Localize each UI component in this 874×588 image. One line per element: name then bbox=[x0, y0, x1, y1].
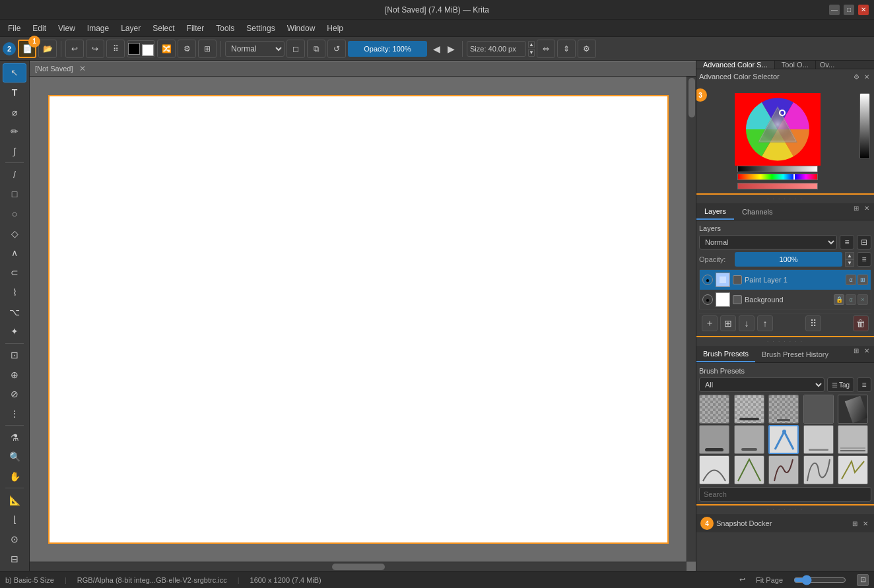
opacity-down-btn[interactable]: ◀ bbox=[429, 42, 444, 56]
clone-stamp-btn[interactable]: ✦ bbox=[3, 322, 26, 341]
freehand-selection-btn[interactable]: ⌀ bbox=[3, 102, 26, 121]
tab-adv-color[interactable]: Advanced Color S... bbox=[696, 61, 775, 69]
gray-gradient-bar[interactable] bbox=[859, 93, 870, 159]
resize-handle-2[interactable]: · · · · · · · bbox=[696, 337, 874, 346]
layer-row-paint[interactable]: ● Paint Layer 1 α ⊞ bbox=[700, 270, 871, 290]
menu-view[interactable]: View bbox=[53, 22, 81, 34]
menu-edit[interactable]: Edit bbox=[27, 22, 51, 34]
transform-btn[interactable]: ⊕ bbox=[3, 365, 26, 384]
pan-btn[interactable]: ✋ bbox=[3, 467, 26, 486]
toggle-button[interactable]: ⠿ bbox=[106, 40, 125, 58]
text-tool-btn[interactable]: T bbox=[3, 83, 26, 102]
brush-tab-history[interactable]: Brush Preset History bbox=[755, 346, 835, 362]
brush-config-btn[interactable]: ⊞ bbox=[852, 346, 861, 355]
color-wheel[interactable] bbox=[735, 93, 821, 166]
menu-settings[interactable]: Settings bbox=[241, 22, 280, 34]
hue-slider[interactable] bbox=[737, 174, 818, 180]
layer-settings-btn[interactable]: ⠿ bbox=[805, 315, 821, 331]
zoom-slider[interactable] bbox=[793, 575, 846, 585]
delete-layer-btn[interactable]: 🗑 bbox=[853, 315, 869, 331]
brush-all-select[interactable]: All bbox=[699, 377, 824, 392]
reference-btn[interactable]: ⊙ bbox=[3, 530, 26, 549]
mirror-v-btn[interactable]: ⇕ bbox=[557, 40, 576, 58]
reset-btn[interactable]: ↺ bbox=[327, 40, 346, 58]
brush-search-input[interactable] bbox=[699, 487, 871, 502]
undo-button[interactable]: ↩ bbox=[65, 40, 84, 58]
brush-tool-btn[interactable]: ✏ bbox=[3, 122, 26, 141]
layers-more-btn[interactable]: ⊟ bbox=[857, 235, 871, 249]
opacity-button[interactable]: Opacity: 100% bbox=[348, 41, 427, 57]
brush-close-btn[interactable]: ✕ bbox=[862, 346, 871, 355]
layer-alpha-bg[interactable] bbox=[733, 295, 742, 304]
menu-window[interactable]: Window bbox=[282, 22, 321, 34]
adv-color-close-btn[interactable]: ✕ bbox=[862, 72, 871, 81]
size-up-btn[interactable]: ▲ bbox=[528, 41, 535, 49]
line-tool-btn[interactable]: / bbox=[3, 165, 26, 184]
enclose-fill-btn[interactable]: ⊂ bbox=[3, 263, 26, 282]
brush-preset-3[interactable] bbox=[768, 395, 799, 424]
menu-file[interactable]: File bbox=[3, 22, 26, 34]
maximize-button[interactable]: □ bbox=[844, 5, 854, 15]
scrollbar-horizontal[interactable] bbox=[30, 562, 687, 571]
layers-filter-btn[interactable]: ≡ bbox=[840, 235, 854, 249]
opacity-value[interactable]: 100% bbox=[735, 252, 842, 267]
polygon-tool-btn[interactable]: ◇ bbox=[3, 224, 26, 243]
open-button[interactable]: 📂 bbox=[38, 40, 57, 58]
menu-image[interactable]: Image bbox=[82, 22, 114, 34]
background-color[interactable] bbox=[142, 44, 154, 56]
brush-tab-presets[interactable]: Brush Presets bbox=[696, 346, 755, 362]
canvas-viewport[interactable] bbox=[30, 77, 687, 562]
copy-layer-btn[interactable]: ⊞ bbox=[720, 315, 736, 331]
size-down-btn[interactable]: ▼ bbox=[528, 49, 535, 57]
layers-options-btn[interactable]: ≡ bbox=[857, 252, 871, 267]
brush-preset-12[interactable] bbox=[734, 455, 764, 484]
layer-alpha-paint[interactable] bbox=[733, 275, 742, 284]
contiguous-select-btn[interactable]: ⊟ bbox=[3, 549, 26, 568]
canvas-close-btn[interactable]: ✕ bbox=[78, 64, 87, 73]
blend-mode-select[interactable]: Normal Multiply Screen Overlay bbox=[225, 41, 285, 57]
ellipse-tool-btn[interactable]: ○ bbox=[3, 205, 26, 224]
crop-tool-btn[interactable]: ⊡ bbox=[3, 346, 26, 365]
smart-patch-btn[interactable]: ⌥ bbox=[3, 302, 26, 321]
layer-row-bg[interactable]: ● Background 🔒 α × bbox=[700, 290, 871, 310]
scrollbar-h-thumb[interactable] bbox=[332, 564, 385, 570]
brush-preset-15[interactable] bbox=[838, 455, 868, 484]
brush-preset-btn[interactable]: ⚙ bbox=[178, 40, 196, 58]
add-layer-btn[interactable]: ＋ bbox=[702, 315, 718, 331]
menu-select[interactable]: Select bbox=[147, 22, 180, 34]
brush-preset-9[interactable] bbox=[803, 425, 834, 454]
layer-lock-alpha-btn[interactable]: ⊞ bbox=[857, 275, 868, 285]
layer-visibility-paint[interactable]: ● bbox=[702, 275, 713, 285]
brush-preset-6[interactable] bbox=[699, 425, 729, 454]
brush-preset-4[interactable] bbox=[803, 395, 834, 424]
settings-btn2[interactable]: ⚙ bbox=[578, 40, 596, 58]
brush-preset-2[interactable] bbox=[734, 395, 764, 424]
opacity-down-step[interactable]: ▼ bbox=[845, 259, 854, 267]
minimize-button[interactable]: — bbox=[829, 5, 840, 15]
tab-tool-options[interactable]: Tool O... bbox=[775, 61, 816, 69]
layers-tab-layers[interactable]: Layers bbox=[696, 203, 734, 220]
eraser-btn[interactable]: ◻ bbox=[286, 40, 305, 58]
menu-filter[interactable]: Filter bbox=[182, 22, 210, 34]
grid-btn[interactable]: ⊞ bbox=[198, 40, 217, 58]
brush-preset-10[interactable] bbox=[838, 425, 868, 454]
snapshot-close-btn[interactable]: ✕ bbox=[861, 519, 870, 528]
zoom-fullscreen-btn[interactable]: ⊡ bbox=[857, 574, 869, 586]
opacity-up-btn[interactable]: ▶ bbox=[444, 42, 458, 56]
snapshot-config-btn[interactable]: ⊞ bbox=[850, 519, 859, 528]
menu-tools[interactable]: Tools bbox=[211, 22, 240, 34]
redo-button[interactable]: ↪ bbox=[86, 40, 104, 58]
zoom-btn[interactable]: 🔍 bbox=[3, 447, 26, 467]
layer-close-btn[interactable]: × bbox=[857, 294, 868, 305]
ruler2-btn[interactable]: ⌊ bbox=[3, 510, 26, 529]
brush-preset-1[interactable] bbox=[699, 395, 729, 424]
scrollbar-vertical[interactable] bbox=[687, 77, 696, 562]
cage-transform-btn[interactable]: ⊘ bbox=[3, 385, 26, 404]
brush-list-view-btn[interactable]: ≡ bbox=[857, 377, 871, 392]
brush-preset-13[interactable] bbox=[768, 455, 799, 484]
opacity-up-step[interactable]: ▲ bbox=[845, 252, 854, 259]
layer-visibility-bg[interactable]: ● bbox=[702, 294, 713, 305]
brush-preset-8[interactable] bbox=[768, 425, 799, 454]
layers-config-btn[interactable]: ⊞ bbox=[852, 203, 861, 212]
multibrush-btn[interactable]: ⋮ bbox=[3, 405, 26, 424]
